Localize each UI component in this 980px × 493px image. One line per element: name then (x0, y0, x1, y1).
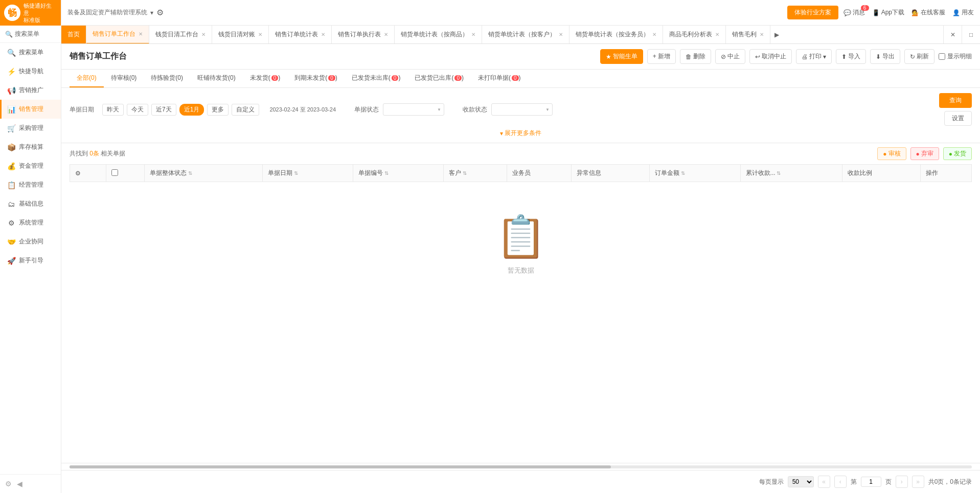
sidebar-item-guide[interactable]: 🚀新手引导 (0, 251, 61, 270)
tab-sales_stats[interactable]: 销售订单统计表✕ (269, 26, 332, 44)
sidebar-item-marketing[interactable]: 📢营销推广 (0, 81, 61, 100)
tab-more-button[interactable]: ▶ (770, 31, 783, 38)
set-button[interactable]: 设置 (944, 111, 972, 126)
tab-cash_account[interactable]: 钱货日清对账✕ (212, 26, 269, 44)
sort-icon-amount[interactable]: ⇅ (679, 170, 685, 176)
sub-tab-wangpu_pending[interactable]: 旺铺待发货(0) (190, 70, 243, 87)
query-button[interactable]: 查询 (939, 93, 972, 108)
tab-sales_more[interactable]: 销售毛利✕ (726, 26, 770, 44)
online-service-item[interactable]: 💁 在线客服 (911, 8, 945, 17)
sub-tab-pending_review[interactable]: 待审核(0) (104, 70, 144, 87)
sub-tab-pending_inspect[interactable]: 待拣验货(0) (144, 70, 190, 87)
sidebar-item-inventory[interactable]: 📦库存核算 (0, 138, 61, 156)
smart-create-button[interactable]: ★ 智能生单 (600, 49, 643, 64)
user-item[interactable]: 👤 用友 (952, 8, 974, 17)
audit-button[interactable]: ● 审核 (877, 147, 906, 160)
date-btn-更多[interactable]: 更多 (207, 104, 229, 116)
tab-close-sales_exec[interactable]: ✕ (384, 32, 388, 37)
message-icon-item[interactable]: 💬 6 消息 (844, 8, 865, 17)
col-header-collected[interactable]: 累计收款... ⇅ (740, 165, 842, 182)
add-button[interactable]: + 新增 (647, 49, 676, 64)
print-button[interactable]: 🖨 打印 ▾ (796, 49, 832, 64)
tab-sales_by_product[interactable]: 销货单统计表（按商品）✕ (395, 26, 482, 44)
tab-close-sales_stats[interactable]: ✕ (321, 32, 325, 37)
sidebar-item-system[interactable]: ⚙系统管理 (0, 213, 61, 232)
col-header-amount[interactable]: 订单金额 ⇅ (650, 165, 740, 182)
sub-tab-expired_not_shipped[interactable]: 到期未发货(0) (287, 70, 345, 87)
refresh-button[interactable]: ↻ 刷新 (904, 49, 935, 64)
sidebar-item-search[interactable]: 🔍搜索菜单 (0, 43, 61, 62)
per-page-select[interactable]: 102050100 (788, 476, 814, 487)
app-download-item[interactable]: 📱 App下载 (872, 8, 904, 17)
sidebar-item-sales[interactable]: 📊销售管理 (0, 100, 61, 119)
sidebar-item-purchase[interactable]: 🛒采购管理 (0, 119, 61, 138)
sidebar-search[interactable]: 🔍 搜索菜单 (0, 26, 61, 43)
col-header-number[interactable]: 单据编号 ⇅ (353, 165, 443, 182)
sub-tab-not_shipped[interactable]: 未发货(0) (243, 70, 288, 87)
dropdown-arrow-icon[interactable]: ▾ (150, 9, 153, 16)
tab-close-sales_more[interactable]: ✕ (760, 32, 764, 37)
expand-conditions-button[interactable]: ▾ 展开更多条件 (500, 129, 541, 138)
horizontal-scrollbar[interactable] (70, 465, 972, 468)
date-btn-近7天[interactable]: 近7天 (151, 104, 176, 116)
col-header-date[interactable]: 单据日期 ⇅ (262, 165, 353, 182)
tab-close-sales_by_product[interactable]: ✕ (471, 32, 475, 37)
tab-close-sales_workbench[interactable]: ✕ (139, 31, 143, 37)
sidebar-item-quicknav[interactable]: ⚡快捷导航 (0, 62, 61, 81)
settings-bottom-icon[interactable]: ⚙ (5, 480, 12, 488)
date-btn-昨天[interactable]: 昨天 (102, 104, 124, 116)
tab-restore-button[interactable]: ✕ (943, 26, 962, 44)
page-input[interactable] (861, 477, 881, 487)
tab-close-sales_by_staff[interactable]: ✕ (652, 32, 656, 37)
scrollbar-thumb[interactable] (70, 465, 611, 468)
tab-close-cash_account[interactable]: ✕ (258, 32, 262, 37)
status-dropdown[interactable] (383, 103, 444, 116)
sidebar-item-operation[interactable]: 📋经营管理 (0, 175, 61, 194)
export-button[interactable]: ⬇ 导出 (870, 49, 900, 64)
payment-dropdown[interactable] (491, 103, 553, 116)
settings-gear-button[interactable]: ⚙ (156, 8, 164, 17)
tab-sales_workbench[interactable]: 销售订单工作台✕ (86, 26, 149, 44)
sub-tab-shipped_not_in[interactable]: 已发货未出库(0) (345, 70, 408, 87)
column-setting-icon[interactable]: ⚙ (75, 170, 81, 177)
next-page-button[interactable]: › (896, 476, 908, 488)
tab-sales_exec[interactable]: 销售订单执行表✕ (332, 26, 395, 44)
import-button[interactable]: ⬆ 导入 (836, 49, 866, 64)
sort-icon-collected[interactable]: ⇅ (776, 170, 781, 176)
industry-solution-button[interactable]: 体验行业方案 (787, 6, 838, 19)
sort-icon-customer[interactable]: ⇅ (461, 170, 467, 176)
ship-button[interactable]: ● 发货 (943, 147, 972, 160)
tab-expand-button[interactable]: □ (962, 26, 980, 44)
tab-close-sales_by_customer[interactable]: ✕ (559, 32, 563, 37)
date-btn-自定义[interactable]: 自定义 (232, 104, 259, 116)
tab-gross_profit[interactable]: 商品毛利分析表✕ (663, 26, 726, 44)
sub-tab-all[interactable]: 全部(0) (70, 70, 104, 87)
sort-icon-date[interactable]: ⇅ (292, 170, 298, 176)
show-detail-checkbox[interactable] (939, 53, 945, 60)
col-header-status[interactable]: 单据整体状态 ⇅ (145, 165, 262, 182)
delete-button[interactable]: 🗑 删除 (680, 49, 711, 64)
sub-tab-not_printed[interactable]: 未打印单据(0) (471, 70, 528, 87)
cancel-stop-button[interactable]: ↩ 取消中止 (749, 49, 792, 64)
sidebar-item-basic[interactable]: 🗂基础信息 (0, 194, 61, 213)
sub-tab-shipped_out[interactable]: 已发货已出库(0) (407, 70, 471, 87)
prev-page-button[interactable]: ‹ (834, 476, 847, 488)
date-btn-近1月[interactable]: 近1月 (179, 104, 204, 116)
tab-cash_daily[interactable]: 钱货日清工作台✕ (149, 26, 212, 44)
tab-home[interactable]: 首页 (61, 26, 86, 44)
last-page-button[interactable]: » (912, 476, 924, 488)
stop-button[interactable]: ⊘ 中止 (715, 49, 745, 64)
tab-sales_by_staff[interactable]: 销货单统计表（按业务员）✕ (569, 26, 663, 44)
tab-close-cash_daily[interactable]: ✕ (201, 32, 206, 37)
collapse-icon[interactable]: ◀ (17, 480, 22, 488)
tab-close-gross_profit[interactable]: ✕ (715, 32, 719, 37)
sort-icon-status[interactable]: ⇅ (187, 170, 192, 176)
tab-sales_by_customer[interactable]: 销货单统计表（按客户）✕ (482, 26, 569, 44)
date-btn-今天[interactable]: 今天 (127, 104, 148, 116)
sidebar-item-enterprise[interactable]: 🤝企业协同 (0, 232, 61, 251)
show-detail-toggle[interactable]: 显示明细 (939, 52, 972, 61)
sort-icon-number[interactable]: ⇅ (383, 170, 389, 176)
col-header-customer[interactable]: 客户 ⇅ (444, 165, 507, 182)
anti-audit-button[interactable]: ● 弃审 (910, 147, 939, 160)
select-all-checkbox[interactable] (111, 169, 118, 176)
